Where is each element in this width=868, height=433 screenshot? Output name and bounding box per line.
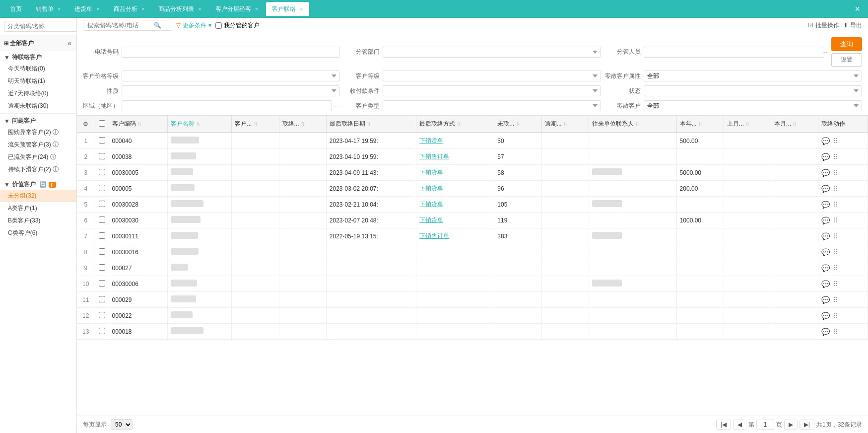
per-page-select[interactable]: 50 bbox=[111, 419, 133, 430]
payment-select[interactable] bbox=[383, 85, 601, 96]
sidebar-item-ungrouped[interactable]: 未分组(32) bbox=[0, 190, 76, 202]
first-page-button[interactable]: |◀ bbox=[716, 420, 731, 430]
nature-select[interactable] bbox=[122, 85, 340, 96]
more-actions-icon[interactable]: ⠿ bbox=[833, 280, 838, 288]
close-icon[interactable]: × bbox=[198, 6, 201, 12]
row-checkbox[interactable] bbox=[99, 185, 105, 191]
more-actions-icon[interactable]: ⠿ bbox=[833, 312, 838, 320]
close-icon[interactable]: × bbox=[255, 6, 258, 12]
more-actions-icon[interactable]: ⠿ bbox=[833, 296, 838, 304]
row-checkbox[interactable] bbox=[99, 137, 105, 144]
row-checkbox[interactable] bbox=[99, 153, 105, 159]
close-icon[interactable]: × bbox=[141, 6, 144, 12]
row-checkbox[interactable] bbox=[99, 169, 105, 175]
sidebar-item-tomorrow[interactable]: 明天待联络(1) bbox=[0, 75, 76, 87]
chat-icon[interactable]: 💬 bbox=[821, 201, 830, 209]
nav-tab-product-analysis[interactable]: 商品分析 × bbox=[108, 2, 150, 16]
sidebar-item-7days[interactable]: 近7天待联络(0) bbox=[0, 87, 76, 100]
more-actions-icon[interactable]: ⠿ bbox=[833, 216, 838, 224]
close-window-button[interactable]: × bbox=[851, 4, 864, 14]
more-actions-icon[interactable]: ⠿ bbox=[833, 232, 838, 240]
more-actions-icon[interactable]: ⠿ bbox=[833, 264, 838, 272]
close-icon[interactable]: × bbox=[58, 6, 61, 12]
sidebar-item-declining[interactable]: 持续下滑客户(2) ⓘ bbox=[0, 163, 76, 176]
batch-ops-button[interactable]: ☑ 批量操作 bbox=[808, 21, 839, 30]
nav-home[interactable]: 首页 bbox=[4, 2, 28, 16]
chat-icon[interactable]: 💬 bbox=[821, 216, 830, 224]
status-select[interactable] bbox=[644, 85, 862, 96]
retail-attr-select[interactable]: 全部 bbox=[644, 71, 862, 81]
more-actions-icon[interactable]: ⠿ bbox=[833, 137, 838, 145]
row-checkbox[interactable] bbox=[99, 312, 105, 318]
method-link[interactable]: 下销售订单 bbox=[419, 153, 449, 160]
all-customers-header[interactable]: ⊞ 全部客户 « bbox=[0, 35, 76, 51]
region-dots-button[interactable]: ··· bbox=[335, 102, 340, 109]
method-link[interactable]: 下销货单 bbox=[419, 169, 443, 176]
sidebar-item-class-b[interactable]: B类客户(33) bbox=[0, 215, 76, 227]
my-customers-filter[interactable]: 我分管的客户 bbox=[215, 21, 260, 30]
chat-icon[interactable]: 💬 bbox=[821, 248, 830, 256]
row-checkbox[interactable] bbox=[99, 248, 105, 255]
nav-tab-customer-layer[interactable]: 客户分层经客 × bbox=[209, 2, 264, 16]
select-all-checkbox[interactable] bbox=[99, 120, 105, 127]
nav-tab-sales[interactable]: 销售单 × bbox=[30, 2, 67, 16]
main-search-input[interactable] bbox=[87, 22, 152, 29]
chat-icon[interactable]: 💬 bbox=[821, 153, 830, 161]
customer-type-select[interactable] bbox=[383, 100, 601, 111]
table-select-all[interactable] bbox=[95, 116, 109, 133]
chat-icon[interactable]: 💬 bbox=[821, 280, 830, 288]
close-icon[interactable]: × bbox=[96, 6, 99, 12]
sidebar-item-overdue[interactable]: 逾期未联络(30) bbox=[0, 100, 76, 112]
row-checkbox[interactable] bbox=[99, 264, 105, 271]
row-checkbox[interactable] bbox=[99, 216, 105, 223]
row-checkbox[interactable] bbox=[99, 328, 105, 334]
method-link[interactable]: 下销货单 bbox=[419, 185, 443, 192]
chat-icon[interactable]: 💬 bbox=[821, 296, 830, 304]
chat-icon[interactable]: 💬 bbox=[821, 328, 830, 336]
next-page-button[interactable]: ▶ bbox=[784, 420, 798, 430]
chat-icon[interactable]: 💬 bbox=[821, 137, 830, 145]
sidebar-item-class-c[interactable]: C类客户(6) bbox=[0, 227, 76, 239]
nav-tab-purchase[interactable]: 进货单 × bbox=[68, 2, 105, 16]
chat-icon[interactable]: 💬 bbox=[821, 185, 830, 193]
method-link[interactable]: 下销售订单 bbox=[419, 232, 449, 239]
person-input[interactable] bbox=[644, 47, 824, 58]
sidebar-item-churn-warning[interactable]: 流失预警客户(3) ⓘ bbox=[0, 139, 76, 151]
sidebar-item-churned[interactable]: 已流失客户(24) ⓘ bbox=[0, 151, 76, 163]
nav-tab-customer-contact[interactable]: 客户联络 × bbox=[266, 2, 309, 16]
chat-icon[interactable]: 💬 bbox=[821, 232, 830, 240]
sidebar-group-problem[interactable]: ▼ 问题客户 bbox=[0, 115, 76, 126]
method-link[interactable]: 下销货单 bbox=[419, 216, 443, 223]
sidebar-group-value[interactable]: ▼ 价值客户 🔄 F bbox=[0, 178, 76, 190]
method-link[interactable]: 下销货单 bbox=[419, 137, 443, 144]
chat-icon[interactable]: 💬 bbox=[821, 264, 830, 272]
export-button[interactable]: ⬆ 导出 bbox=[843, 21, 862, 30]
dept-select[interactable] bbox=[383, 47, 601, 58]
nav-tab-product-list[interactable]: 商品分析列表 × bbox=[152, 2, 207, 16]
price-level-select[interactable] bbox=[122, 71, 340, 81]
sidebar-item-abnormal[interactable]: 囤购异常客户(2) ⓘ bbox=[0, 126, 76, 139]
category-search-input[interactable] bbox=[4, 21, 77, 32]
sidebar-item-today[interactable]: 今天待联络(0) bbox=[0, 63, 76, 75]
reset-button[interactable]: 设置 bbox=[831, 53, 862, 67]
prev-page-button[interactable]: ◀ bbox=[733, 420, 746, 430]
customer-level-select[interactable] bbox=[383, 71, 601, 81]
row-checkbox[interactable] bbox=[99, 296, 105, 302]
retail-customer-select[interactable]: 全部 bbox=[644, 100, 862, 111]
chat-icon[interactable]: 💬 bbox=[821, 169, 830, 177]
method-link[interactable]: 下销货单 bbox=[419, 201, 443, 208]
more-actions-icon[interactable]: ⠿ bbox=[833, 169, 838, 177]
query-button[interactable]: 查询 bbox=[831, 37, 862, 51]
sidebar-item-class-a[interactable]: A类客户(1) bbox=[0, 202, 76, 215]
person-dots-button[interactable]: ··· bbox=[822, 49, 827, 56]
close-icon[interactable]: × bbox=[300, 6, 303, 12]
chat-icon[interactable]: 💬 bbox=[821, 312, 830, 320]
row-checkbox[interactable] bbox=[99, 232, 105, 239]
more-actions-icon[interactable]: ⠿ bbox=[833, 153, 838, 161]
my-customers-checkbox[interactable] bbox=[215, 22, 222, 29]
phone-input[interactable] bbox=[122, 47, 340, 58]
row-checkbox[interactable] bbox=[99, 280, 105, 287]
more-actions-icon[interactable]: ⠿ bbox=[833, 328, 838, 336]
page-number-input[interactable] bbox=[756, 420, 774, 430]
more-conditions-button[interactable]: ▽ 更多条件 ▾ bbox=[176, 21, 211, 30]
